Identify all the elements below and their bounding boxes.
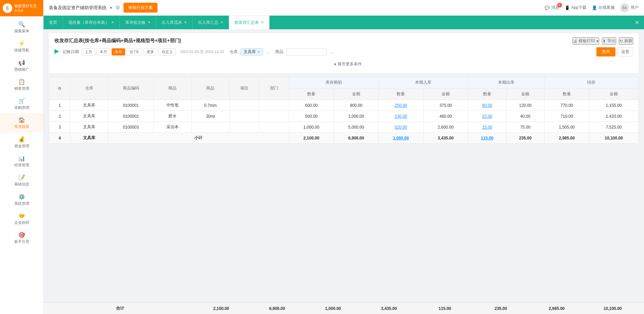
filter-collapse-button[interactable]: ▶ bbox=[54, 47, 59, 55]
date-btn-this-year[interactable]: 本年 bbox=[112, 48, 125, 55]
sidebar-item-sales[interactable]: 📋 销售管理 bbox=[0, 75, 43, 94]
row-in-qty: 230.00 bbox=[379, 111, 424, 122]
row-out-qty: 15.00 bbox=[468, 122, 506, 133]
sidebar-item-operation[interactable]: 📊 经营管理 bbox=[0, 152, 43, 171]
total-in-qty: 1,000.00 bbox=[305, 306, 361, 311]
row-in-qty: 250.00 bbox=[379, 100, 424, 111]
date-btn-7days[interactable]: 近7天 bbox=[127, 48, 142, 55]
sidebar-label-basic: 基础信息 bbox=[14, 182, 29, 186]
sidebar-item-guide[interactable]: 🎯 新手引导 bbox=[0, 228, 43, 247]
tab-inventory-dist[interactable]: 现存量（库存分布表） ✕ bbox=[63, 16, 120, 29]
tab-inout-flow[interactable]: 出入库流水 ✕ bbox=[156, 16, 193, 29]
row-out-amt: 120.00 bbox=[506, 100, 544, 111]
subtotal-bal-amt: 10,100.00 bbox=[589, 133, 639, 144]
goods-more-btn[interactable]: … bbox=[330, 50, 334, 54]
goods-filter-section: 商品 … bbox=[275, 48, 334, 56]
sidebar-label-guide: 新手引导 bbox=[14, 239, 29, 244]
online-service-button[interactable]: 👤 在线客服 bbox=[592, 5, 615, 11]
logo-text: 畅捷通好生意 bbox=[14, 3, 37, 8]
subtotal-in-qty: 1,000.00 bbox=[379, 133, 424, 144]
warehouse-tag-remove[interactable]: ✕ bbox=[257, 50, 260, 54]
tab-batch[interactable]: 库存批次账 ✕ bbox=[120, 16, 156, 29]
sales-icon: 📋 bbox=[18, 79, 25, 85]
date-btn-this-month[interactable]: 本月 bbox=[97, 48, 110, 55]
gear-icon[interactable]: ⚙ bbox=[115, 4, 120, 11]
warehouse-tag: 文具库 ✕ bbox=[241, 48, 263, 55]
th-project: 项目 bbox=[229, 77, 259, 100]
subtotal-in-amt: 3,435.00 bbox=[423, 133, 468, 144]
subtotal-bal-qty: 2,985.00 bbox=[544, 133, 589, 144]
tab-home[interactable]: 首页 bbox=[44, 16, 63, 29]
sidebar-item-system[interactable]: ⚙️ 系统管理 bbox=[0, 190, 43, 209]
query-button[interactable]: 查询 bbox=[596, 47, 615, 56]
system-title: 装备及固定资产辅助管理系统 bbox=[49, 5, 106, 11]
sidebar-logo: 6 畅捷通好生意 标准版 bbox=[0, 0, 43, 16]
row-goods: 胶水 bbox=[154, 111, 192, 122]
tab-recv-send-summary[interactable]: 收发存汇总表 ✕ bbox=[229, 16, 269, 29]
sidebar-item-inventory[interactable]: 🏠 库存核算 bbox=[0, 113, 43, 132]
sidebar-item-cooperation[interactable]: 🤝 企业协同 bbox=[0, 209, 43, 228]
tab-batch-close[interactable]: ✕ bbox=[148, 21, 150, 24]
warehouse-tag-text: 文具库 bbox=[244, 49, 256, 55]
row-open-qty: 500.00 bbox=[289, 111, 334, 122]
table-row: 3 文具库 0100003 采访本 1,000.00 5,000.00 520.… bbox=[49, 122, 639, 133]
date-range-text: 2023-01-01 至 2023-12-31 bbox=[180, 49, 224, 54]
sidebar-item-search[interactable]: 🔍 搜索菜单 bbox=[0, 18, 43, 37]
user-button[interactable]: Ea 用户 bbox=[620, 3, 639, 12]
subtotal-open-qty: 2,100.00 bbox=[289, 133, 334, 144]
sidebar-item-finance[interactable]: 💰 资金管理 bbox=[0, 133, 43, 152]
sidebar-item-quick[interactable]: ⚡ 快捷导航 bbox=[0, 37, 43, 56]
total-label: 合计 bbox=[47, 305, 193, 311]
date-btn-more[interactable]: 更多 bbox=[144, 48, 157, 55]
row-dept bbox=[259, 111, 289, 122]
th-dept: 部门 bbox=[259, 77, 289, 100]
message-button[interactable]: 💬 消息 6 bbox=[545, 5, 559, 11]
th-balance: 结存 bbox=[544, 77, 638, 88]
app-download-button[interactable]: 📱 App下载 bbox=[565, 5, 587, 11]
page-title: 收发存汇总表(按仓库+商品编码+商品+规格型号+项目+部门) bbox=[54, 38, 181, 44]
warehouse-more-btn[interactable]: … bbox=[266, 50, 270, 54]
finance-icon: 💰 bbox=[18, 136, 25, 143]
tab-inout-summary[interactable]: 出入库汇总 ✕ bbox=[193, 16, 229, 29]
th-code: 商品编码 bbox=[108, 77, 153, 100]
setting-button[interactable]: 设置 bbox=[617, 47, 633, 56]
row-in-amt: 375.00 bbox=[423, 100, 468, 111]
export-icon: ⬆ bbox=[602, 39, 606, 44]
sidebar-item-basic[interactable]: 📝 基础信息 bbox=[0, 171, 43, 190]
system-icon: ⚙️ bbox=[18, 194, 25, 200]
sidebar-item-purchase[interactable]: 🛒 采购管理 bbox=[0, 94, 43, 113]
warehouse-label: 仓库 bbox=[230, 49, 238, 55]
row-bal-qty: 1,505.00 bbox=[544, 122, 589, 133]
tab-inout-summary-close[interactable]: ✕ bbox=[220, 21, 223, 24]
expand-label: 展开更多条件 bbox=[337, 61, 362, 67]
tabbar-close-all[interactable]: ✕ bbox=[630, 19, 644, 26]
tab-inout-flow-close[interactable]: ✕ bbox=[184, 21, 187, 24]
th-gear[interactable]: ⚙ bbox=[49, 77, 70, 100]
tab-recv-send-close[interactable]: ✕ bbox=[261, 21, 264, 24]
user-label: 用户 bbox=[630, 5, 639, 11]
date-btn-custom[interactable]: 自定义 bbox=[159, 48, 176, 55]
row-no: 2 bbox=[49, 111, 70, 122]
tab-inventory-dist-close[interactable]: ✕ bbox=[111, 21, 114, 24]
operation-icon: 📊 bbox=[18, 155, 25, 162]
expand-more-button[interactable]: ▾ 展开更多条件 bbox=[63, 59, 633, 69]
th-spec: 商品 bbox=[191, 77, 229, 100]
refresh-button[interactable]: ↻ 刷新 bbox=[619, 37, 633, 45]
sidebar-item-marketing[interactable]: 📢 营销推广 bbox=[0, 56, 43, 75]
row-bal-amt: 1,155.00 bbox=[589, 100, 639, 111]
system-dropdown[interactable]: ▾ bbox=[110, 5, 112, 10]
table-row: 2 文具库 0100002 胶水 20ml 500.00 1,000.00 23… bbox=[49, 111, 639, 122]
subtotal-out-qty: 115.00 bbox=[468, 133, 506, 144]
date-btn-last-month[interactable]: 上月 bbox=[82, 48, 95, 55]
export-button[interactable]: ⬆ 导出 bbox=[602, 37, 616, 45]
page-content: 收发存汇总表(按仓库+商品编码+商品+规格型号+项目+部门) 🖨 模板打印 ▾ … bbox=[44, 29, 644, 302]
goods-input[interactable] bbox=[286, 48, 327, 56]
sidebar-label-marketing: 营销推广 bbox=[14, 67, 29, 72]
trial-button[interactable]: 体验行业方案 bbox=[123, 3, 158, 13]
th-out-amt: 金额 bbox=[506, 88, 544, 100]
row-warehouse: 文具库 bbox=[70, 122, 108, 133]
sidebar-nav: 🔍 搜索菜单 ⚡ 快捷导航 📢 营销推广 📋 销售管理 🛒 采购管理 🏠 库存核… bbox=[0, 16, 43, 314]
sidebar-label-system: 系统管理 bbox=[14, 201, 29, 206]
row-out-amt: 75.00 bbox=[506, 122, 544, 133]
print-button[interactable]: 🖨 模板打印 ▾ bbox=[573, 37, 599, 45]
